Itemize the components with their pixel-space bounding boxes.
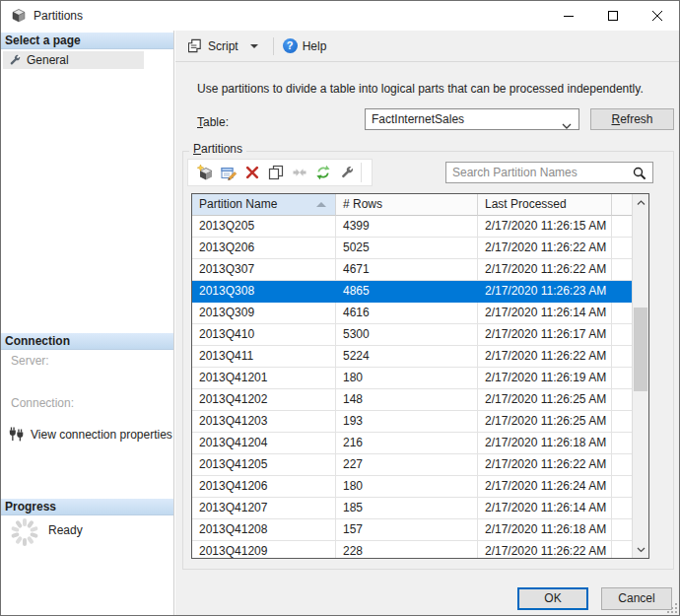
cell-blank: [612, 433, 632, 454]
view-connection-properties[interactable]: View connection properties: [9, 427, 172, 442]
cell-last-processed: 2/17/2020 11:26:22 AM: [478, 454, 612, 476]
table-select[interactable]: FactInternetSales: [365, 108, 579, 130]
cell-rows: 227: [336, 454, 478, 476]
cell-rows: 4399: [336, 216, 478, 238]
cell-blank: [612, 346, 632, 368]
table-row[interactable]: 2013Q412042162/17/2020 11:26:18 AM: [192, 433, 632, 454]
maximize-button[interactable]: [590, 1, 635, 30]
cell-partition-name: 2013Q410: [192, 324, 336, 346]
cell-blank: [612, 411, 632, 433]
help-question-icon: ?: [283, 38, 298, 53]
close-button[interactable]: [635, 1, 679, 30]
cell-blank: [612, 476, 632, 498]
sidebar-item-general[interactable]: General: [3, 51, 144, 69]
column-header-partition-name[interactable]: Partition Name: [192, 194, 336, 216]
cell-partition-name: 2013Q308: [192, 281, 336, 303]
cell-last-processed: 2/17/2020 11:26:22 AM: [478, 238, 612, 259]
cell-rows: 5025: [336, 238, 478, 259]
cell-blank: [612, 454, 632, 476]
partitions-table: Partition Name # Rows Last Processed 201…: [191, 193, 649, 559]
merge-partitions-icon: [292, 165, 307, 180]
partitions-dialog: Partitions Select a page Gener: [0, 0, 680, 616]
resize-grip[interactable]: [665, 601, 677, 613]
process-partition-icon: [315, 165, 331, 180]
connection-label: Connection:: [11, 396, 74, 410]
copy-partition-button[interactable]: [264, 162, 288, 183]
table-row[interactable]: 2013Q412061802/17/2020 11:26:24 AM: [192, 476, 632, 498]
table-row[interactable]: 2013Q412031932/17/2020 11:26:25 AM: [192, 411, 632, 433]
cell-blank: [612, 389, 632, 411]
help-label: Help: [303, 39, 327, 53]
window-title: Partitions: [34, 1, 83, 31]
cell-partition-name: 2013Q41209: [192, 541, 336, 558]
cell-last-processed: 2/17/2020 11:26:17 AM: [478, 324, 612, 346]
table-row[interactable]: 2013Q412021482/17/2020 11:26:25 AM: [192, 389, 632, 411]
cell-last-processed: 2/17/2020 11:26:25 AM: [478, 389, 612, 411]
sort-ascending-icon: [316, 202, 326, 207]
table-row[interactable]: 2013Q30848652/17/2020 11:26:23 AM: [192, 281, 632, 303]
scroll-up-button[interactable]: [633, 194, 648, 211]
search-box: [445, 162, 653, 183]
cell-partition-name: 2013Q205: [192, 216, 336, 238]
cell-rows: 5224: [336, 346, 478, 368]
toolbar-separator: [273, 37, 274, 55]
cell-rows: 216: [336, 433, 478, 454]
scroll-down-button[interactable]: [633, 541, 648, 558]
table-select-value: FactInternetSales: [372, 112, 464, 126]
table-row[interactable]: 2013Q412092282/17/2020 11:26:22 AM: [192, 541, 632, 558]
vertical-scrollbar[interactable]: [632, 194, 648, 558]
sidebar-item-label: General: [27, 51, 69, 69]
progress-header: Progress: [1, 499, 173, 515]
scrollbar-thumb[interactable]: [634, 308, 647, 391]
table-row[interactable]: 2013Q30946162/17/2020 11:26:14 AM: [192, 303, 632, 324]
table-row[interactable]: 2013Q30746712/17/2020 11:26:22 AM: [192, 259, 632, 281]
partition-settings-button[interactable]: [335, 162, 359, 183]
table-row[interactable]: 2013Q412071852/17/2020 11:26:14 AM: [192, 498, 632, 519]
cell-partition-name: 2013Q411: [192, 346, 336, 368]
cell-rows: 148: [336, 389, 478, 411]
script-dropdown-button[interactable]: [242, 34, 268, 58]
ok-button[interactable]: OK: [517, 587, 588, 610]
table-row[interactable]: 2013Q20650252/17/2020 11:26:22 AM: [192, 238, 632, 259]
table-row[interactable]: 2013Q41152242/17/2020 11:26:22 AM: [192, 346, 632, 368]
cell-blank: [612, 368, 632, 389]
cell-blank: [612, 519, 632, 541]
script-label: Script: [208, 39, 238, 53]
partition-toolbar: [187, 159, 373, 186]
delete-partition-button[interactable]: [240, 162, 264, 183]
table-row[interactable]: 2013Q20543992/17/2020 11:26:15 AM: [192, 216, 632, 238]
dialog-toolbar: Script ? Help: [175, 31, 679, 62]
new-partition-button[interactable]: [193, 162, 217, 183]
spinner-icon: [9, 516, 40, 551]
cell-last-processed: 2/17/2020 11:26:22 AM: [478, 259, 612, 281]
cell-last-processed: 2/17/2020 11:26:24 AM: [478, 476, 612, 498]
column-header-rows[interactable]: # Rows: [336, 194, 478, 216]
description-text: Use partitions to divide a table into lo…: [197, 82, 644, 96]
table-row[interactable]: 2013Q412011802/17/2020 11:26:19 AM: [192, 368, 632, 389]
cell-blank: [612, 259, 632, 281]
cell-rows: 180: [336, 368, 478, 389]
table-row[interactable]: 2013Q412052272/17/2020 11:26:22 AM: [192, 454, 632, 476]
cancel-button[interactable]: Cancel: [601, 587, 672, 610]
cell-partition-name: 2013Q41207: [192, 498, 336, 519]
cell-blank: [612, 238, 632, 259]
cell-blank: [612, 216, 632, 238]
refresh-button[interactable]: Refresh: [590, 108, 674, 130]
script-button[interactable]: Script: [184, 34, 242, 58]
select-a-page-header: Select a page: [1, 33, 173, 49]
titlebar[interactable]: Partitions: [1, 1, 679, 31]
help-button[interactable]: ? Help: [279, 34, 331, 58]
cell-partition-name: 2013Q41203: [192, 411, 336, 433]
edit-partition-button[interactable]: [217, 162, 240, 183]
minimize-button[interactable]: [546, 1, 590, 30]
column-header-last-processed[interactable]: Last Processed: [478, 194, 612, 216]
grid-body: 2013Q20543992/17/2020 11:26:15 AM2013Q20…: [192, 216, 632, 558]
process-partition-button[interactable]: [311, 162, 335, 183]
table-row[interactable]: 2013Q412081572/17/2020 11:26:18 AM: [192, 519, 632, 541]
main-panel: Script ? Help Use partitions to divide a…: [175, 31, 679, 615]
search-input[interactable]: [446, 163, 652, 182]
table-row[interactable]: 2013Q41053002/17/2020 11:26:17 AM: [192, 324, 632, 346]
cell-partition-name: 2013Q41205: [192, 454, 336, 476]
cell-last-processed: 2/17/2020 11:26:22 AM: [478, 541, 612, 558]
cell-blank: [612, 324, 632, 346]
